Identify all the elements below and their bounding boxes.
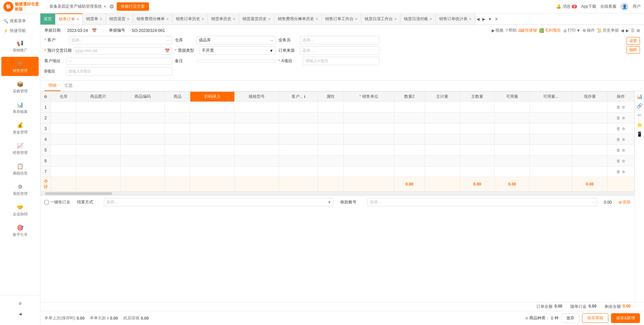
prev-record-icon[interactable]: ◀ (621, 28, 624, 33)
row-image-1[interactable] (76, 102, 121, 113)
operate-btn[interactable]: ⚙ 操作 (582, 28, 595, 33)
copy-icon[interactable]: ⊕ (622, 148, 625, 153)
settings-button[interactable]: 设置 (627, 37, 640, 45)
tab-sales-order[interactable]: 销售订单 ✕ (55, 13, 83, 25)
tab-close-daily-reconcile[interactable]: ✕ (429, 17, 432, 21)
row-warehouse-1[interactable] (51, 102, 76, 113)
delete-icon[interactable]: 🗑 (616, 116, 620, 120)
row-customer-code-1[interactable] (279, 102, 318, 113)
tab-close-sales-return[interactable]: ✕ (127, 17, 129, 21)
row-unit-1[interactable] (344, 102, 394, 113)
tab-home[interactable]: 首页 (40, 13, 55, 25)
sidebar-item-finance[interactable]: 💰 资金管理 (1, 118, 39, 137)
message-icon[interactable]: 🔔 消息 9 (556, 4, 577, 9)
sidebar-item-system[interactable]: ⚙ 系统管理 (1, 180, 39, 199)
invoice-input[interactable]: 不开票 ▼ (199, 46, 276, 55)
tab-sales-expense-history[interactable]: 销售费用分摊单历史 ✕ (274, 13, 322, 25)
address-input[interactable]: ··· (66, 57, 172, 65)
row-current-qty-1[interactable] (572, 102, 607, 113)
tab-sales-goods[interactable]: 销货单 ✕ (83, 13, 106, 25)
sidebar-item-inventory[interactable]: 📊 库存核算 (1, 98, 39, 117)
sidebar-item-operation[interactable]: 📈 经营管理 (1, 139, 39, 158)
tab-sales-expense[interactable]: 销售费用分摊单 ✕ (133, 13, 173, 25)
tab-sales-workbench[interactable]: 销售订单工作台 ✕ (322, 13, 361, 25)
account-input[interactable]: 选择... ··· (367, 198, 597, 206)
sidebar-settings[interactable]: ⚙ (1, 299, 39, 309)
quick-icon-1[interactable]: 📊 (636, 93, 643, 100)
delete-icon[interactable]: 🗑 (616, 169, 620, 174)
help-btn[interactable]: ? 帮助 (505, 28, 517, 33)
sidebar-collapse[interactable]: ◀ (1, 309, 39, 319)
quick-icon-5[interactable]: 📱 (636, 130, 643, 138)
detail-tab-summary[interactable]: 汇总 (61, 81, 77, 91)
delete-icon-1[interactable]: 🗑 (616, 105, 620, 110)
tab-daily-reconcile[interactable]: 钱货日清对账 ✕ (401, 13, 436, 25)
fullscreen-icon[interactable]: ⊞ (637, 28, 640, 33)
sidebar-item-purchase[interactable]: 📦 采购管理 (1, 77, 39, 96)
one-click-payment-checkbox[interactable]: 一键收订金 (44, 199, 70, 205)
copy-icon[interactable]: ⊕ (622, 126, 625, 131)
tab-menu[interactable]: ▼ (487, 17, 493, 22)
copy-icon[interactable]: ⊕ (622, 159, 625, 163)
th-scan[interactable]: 扫码录入 (190, 92, 235, 102)
profit-btn[interactable]: 💹 毛利预告 (539, 28, 561, 33)
discard-button[interactable]: 放弃 (561, 313, 579, 323)
tab-close-sales-expense-history[interactable]: ✕ (315, 17, 318, 21)
horizontal-scrollbar[interactable] (40, 192, 635, 196)
tab-close-sales-order[interactable]: ✕ (76, 17, 79, 21)
tab-close-sales-return-history[interactable]: ✕ (268, 17, 271, 21)
tab-close-all[interactable]: ✕ (493, 17, 499, 22)
row-main-unit-1[interactable] (425, 102, 460, 113)
history-btn[interactable]: 📜 历史单据 (597, 28, 619, 33)
sidebar-item-basic-info[interactable]: 📋 基础信息 (1, 159, 39, 178)
payment-method-input[interactable]: 选择... ▼ (104, 198, 334, 206)
settings-gear-icon[interactable]: ⚙ (109, 3, 114, 10)
tab-close-sales-goods[interactable]: ✕ (100, 17, 102, 21)
tab-sales-stats[interactable]: 销售订单统计表 ✕ (436, 13, 475, 25)
add-payment-btn[interactable]: ⊕ 添加 (618, 199, 631, 205)
delete-icon[interactable]: 🗑 (616, 159, 620, 163)
b-project-input[interactable]: 请输入B项目 (66, 67, 172, 76)
quick-nav[interactable]: ⚡ 快捷导航 (0, 26, 40, 36)
row-code-1[interactable] (120, 102, 165, 113)
row-avail-qty-1[interactable] (495, 102, 530, 113)
delete-icon[interactable]: 🗑 (616, 148, 620, 153)
save-new-button[interactable]: 保存&新增 (611, 313, 640, 323)
tab-close-sales-order-history[interactable]: ✕ (201, 17, 204, 21)
app-download-link[interactable]: App下载 (581, 4, 596, 9)
online-service-link[interactable]: 在线客服 (600, 4, 616, 9)
tab-daily-workbench[interactable]: 钱货日清工作台 ✕ (361, 13, 401, 25)
copy-icon-1[interactable]: ⊕ (622, 105, 625, 110)
copy-icon[interactable]: ⊕ (622, 116, 625, 120)
customer-input[interactable]: 选择... ··· (69, 36, 172, 44)
tab-next[interactable]: ▶ (481, 17, 487, 22)
remark-input[interactable] (196, 60, 276, 63)
row-attr-1[interactable] (318, 102, 343, 113)
print-btn[interactable]: 🖨 打印 ▼ (563, 28, 580, 33)
quick-icon-4[interactable]: ⭐ (636, 121, 643, 128)
row-main-qty-1[interactable] (460, 102, 495, 113)
a-project-input[interactable]: 请输入A项目 (303, 57, 379, 65)
tab-close-sales-goods-history[interactable]: ✕ (233, 17, 235, 21)
tab-close-sales-stats[interactable]: ✕ (469, 17, 471, 21)
grid-view-icon[interactable]: ☰ (631, 28, 635, 33)
scroll-thumb[interactable] (45, 192, 112, 195)
copy-icon[interactable]: ⊕ (622, 137, 625, 142)
order-source-input[interactable]: 选择... (300, 46, 379, 55)
row-avail-qty2-1[interactable] (530, 102, 572, 113)
tab-sales-goods-history[interactable]: 销货单历史 ✕ (208, 13, 239, 25)
shortcut-btn[interactable]: ⌨ 快捷键 (519, 28, 537, 33)
material-button[interactable]: 物料 (627, 46, 640, 54)
view-video-btn[interactable]: ▶ 视频 (492, 28, 503, 33)
tab-prev[interactable]: ◀ (475, 17, 481, 22)
sidebar-item-enterprise[interactable]: 🤝 企业协同 (1, 200, 39, 219)
save-draft-button[interactable]: 保存草稿 (582, 313, 608, 323)
delete-icon[interactable]: 🗑 (616, 126, 620, 131)
sidebar-item-marketing[interactable]: 📢 营销推广 (1, 36, 39, 55)
calendar-icon[interactable]: 📅 (92, 28, 97, 33)
delivery-input[interactable]: yyyy-mm-dd 📅 (73, 47, 172, 54)
row-product-1[interactable] (165, 102, 190, 113)
delete-icon[interactable]: 🗑 (616, 137, 620, 142)
tab-close-sales-expense[interactable]: ✕ (166, 17, 169, 21)
next-record-icon[interactable]: ▶ (626, 28, 629, 33)
